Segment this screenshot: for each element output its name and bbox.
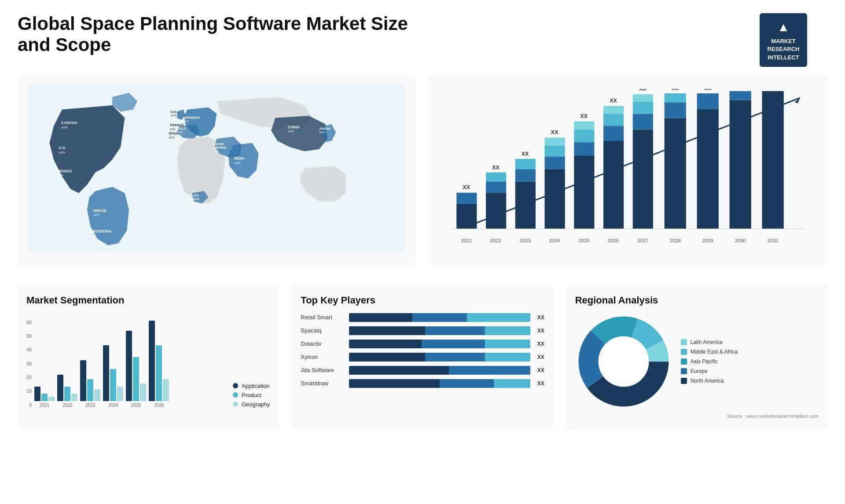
svg-rect-73 bbox=[665, 118, 686, 229]
player-row-spaceiq: Spaceiq XX bbox=[301, 326, 544, 335]
legend-north-america: North America bbox=[681, 378, 738, 384]
svg-text:XX: XX bbox=[769, 89, 778, 90]
player-name-smartdraw: Smartdraw bbox=[301, 380, 345, 387]
geo-bar-2025 bbox=[140, 383, 146, 401]
players-title: Top Key Players bbox=[301, 295, 544, 306]
bar-seg3 bbox=[485, 326, 530, 335]
north-america-color bbox=[681, 378, 687, 384]
svg-rect-74 bbox=[665, 102, 686, 118]
donut-chart bbox=[575, 313, 672, 410]
product-dot bbox=[233, 392, 238, 398]
svg-text:2027: 2027 bbox=[637, 238, 648, 243]
seg-group-2023 bbox=[80, 360, 100, 401]
svg-text:xx%: xx% bbox=[61, 125, 68, 129]
bar-seg1 bbox=[349, 353, 425, 362]
svg-text:2024: 2024 bbox=[549, 238, 560, 243]
legend-product: Product bbox=[233, 392, 270, 398]
svg-rect-57 bbox=[574, 129, 594, 142]
svg-text:AFRICA: AFRICA bbox=[187, 197, 199, 201]
page-title: Global Space Planning Software Market Si… bbox=[18, 13, 414, 55]
svg-rect-63 bbox=[603, 113, 624, 126]
geo-bar-2023 bbox=[94, 389, 100, 401]
legend-latin-america: Latin America bbox=[681, 339, 738, 345]
bar-seg1 bbox=[349, 366, 448, 375]
regional-title: Regional Analysis bbox=[575, 295, 819, 306]
svg-text:xx%: xx% bbox=[89, 234, 96, 238]
svg-rect-35 bbox=[456, 204, 477, 229]
svg-rect-62 bbox=[603, 126, 624, 141]
geo-bar-2026 bbox=[163, 379, 169, 401]
seg-y-axis: 60 50 40 30 20 10 0 bbox=[26, 320, 34, 408]
players-section: Top Key Players Retail Smart XX Spaceiq bbox=[292, 284, 553, 429]
app-bar-2023 bbox=[80, 360, 86, 401]
header: Global Space Planning Software Market Si… bbox=[18, 13, 827, 67]
latin-america-label: Latin America bbox=[691, 339, 723, 345]
bar-seg1 bbox=[349, 379, 440, 388]
svg-rect-56 bbox=[574, 142, 594, 156]
prod-bar-2025 bbox=[133, 357, 139, 401]
application-label: Application bbox=[242, 383, 270, 389]
svg-text:ARGENTINA: ARGENTINA bbox=[89, 229, 112, 234]
seg-bars bbox=[34, 313, 220, 401]
svg-text:XX: XX bbox=[672, 89, 679, 91]
segmentation-section: Market Segmentation 60 50 40 30 20 10 0 bbox=[18, 284, 279, 429]
svg-rect-50 bbox=[545, 157, 565, 169]
logo-area: ▲ MARKET RESEARCH INTELLECT bbox=[739, 13, 827, 67]
svg-rect-79 bbox=[697, 93, 719, 109]
svg-text:2022: 2022 bbox=[490, 238, 501, 243]
seg-chart-area: 60 50 40 30 20 10 0 bbox=[26, 313, 270, 408]
svg-text:2031: 2031 bbox=[768, 238, 779, 243]
player-name-retail-smart: Retail Smart bbox=[301, 314, 345, 321]
geography-label: Geography bbox=[242, 401, 270, 408]
svg-rect-41 bbox=[486, 172, 506, 182]
svg-text:CANADA: CANADA bbox=[61, 121, 77, 125]
svg-text:JAPAN: JAPAN bbox=[319, 126, 330, 130]
svg-text:XX: XX bbox=[704, 89, 712, 91]
growth-chart: XX 2021 XX 2022 XX 2023 XX 2024 bbox=[438, 89, 819, 256]
svg-text:U.S.: U.S. bbox=[59, 146, 66, 150]
seg-group-2026 bbox=[149, 321, 169, 401]
svg-text:xx%: xx% bbox=[184, 120, 189, 123]
svg-text:INDIA: INDIA bbox=[234, 156, 244, 161]
svg-rect-64 bbox=[603, 106, 624, 113]
bottom-grid: Market Segmentation 60 50 40 30 20 10 0 bbox=[18, 284, 827, 429]
main-grid: CANADA xx% U.S. xx% MEXICO xx% BRAZIL xx… bbox=[18, 76, 827, 280]
svg-rect-44 bbox=[515, 181, 536, 229]
prod-bar-2023 bbox=[87, 379, 93, 401]
product-label: Product bbox=[242, 392, 261, 398]
svg-text:XX: XX bbox=[610, 98, 617, 104]
donut-area: Latin America Middle East & Africa Asia … bbox=[575, 313, 819, 410]
middle-east-color bbox=[681, 349, 687, 355]
map-section: CANADA xx% U.S. xx% MEXICO xx% BRAZIL xx… bbox=[18, 76, 416, 267]
svg-text:ARABIA: ARABIA bbox=[213, 146, 227, 150]
bar-seg3 bbox=[467, 313, 530, 322]
regional-section: Regional Analysis L bbox=[566, 284, 827, 429]
svg-rect-78 bbox=[697, 109, 719, 229]
seg-group-2021 bbox=[34, 387, 55, 401]
app-bar-2025 bbox=[126, 331, 132, 401]
asia-pacific-label: Asia Pacific bbox=[691, 358, 718, 365]
svg-text:xx%: xx% bbox=[169, 135, 174, 139]
svg-text:2028: 2028 bbox=[670, 238, 681, 243]
prod-bar-2021 bbox=[41, 394, 48, 401]
player-row-xyicon: Xyicon XX bbox=[301, 353, 544, 362]
seg-group-2025 bbox=[126, 331, 146, 401]
svg-text:GERMANY: GERMANY bbox=[184, 116, 201, 120]
svg-point-95 bbox=[599, 337, 648, 386]
bar-seg1 bbox=[349, 340, 422, 348]
svg-rect-39 bbox=[486, 193, 506, 229]
player-row-smartdraw: Smartdraw XX bbox=[301, 379, 544, 388]
world-map: CANADA xx% U.S. xx% MEXICO xx% BRAZIL xx… bbox=[26, 84, 407, 252]
svg-text:xx%: xx% bbox=[177, 131, 183, 134]
player-name-xyicon: Xyicon bbox=[301, 354, 345, 360]
svg-text:xx%: xx% bbox=[213, 150, 219, 153]
svg-text:xx%: xx% bbox=[234, 161, 241, 164]
bar-seg3 bbox=[494, 379, 530, 388]
bar-seg2 bbox=[422, 340, 485, 348]
prod-bar-2024 bbox=[110, 369, 116, 401]
player-bar-spaceiq bbox=[349, 326, 530, 335]
players-list: Retail Smart XX Spaceiq XX Dotactiv bbox=[301, 313, 544, 388]
bar-seg1 bbox=[349, 313, 412, 322]
svg-rect-83 bbox=[730, 91, 751, 100]
player-bar-retail-smart bbox=[349, 313, 530, 322]
